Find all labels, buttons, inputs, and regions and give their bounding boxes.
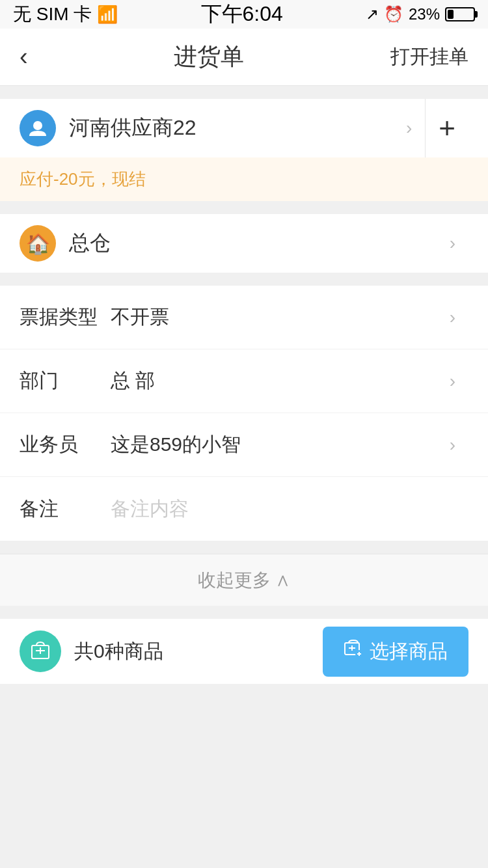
location-icon: ↗ (366, 5, 379, 23)
remark-input[interactable]: 备注内容 (98, 496, 468, 522)
select-product-label: 选择商品 (370, 638, 448, 665)
add-supplier-button[interactable]: + (426, 99, 468, 157)
product-icon (20, 631, 61, 672)
time-label: 下午6:04 (201, 0, 283, 29)
select-product-button[interactable]: 选择商品 (323, 627, 468, 677)
remaining-space (0, 684, 488, 868)
supplier-avatar (20, 110, 56, 146)
department-value: 总 部 (98, 368, 437, 394)
warehouse-chevron-icon: › (450, 233, 455, 254)
salesperson-chevron-icon: › (450, 435, 455, 455)
battery-icon (445, 7, 475, 21)
product-count-label: 共0种商品 (74, 638, 323, 665)
notice-bar: 应付-20元，现结 (0, 157, 488, 201)
invoice-type-row[interactable]: 票据类型 不开票 › (0, 286, 488, 349)
status-bar: 无 SIM 卡 📶 下午6:04 ↗ ⏰ 23% (0, 0, 488, 29)
alarm-icon: ⏰ (384, 5, 403, 23)
status-left: 无 SIM 卡 📶 (13, 2, 118, 27)
supplier-section: 河南供应商22 › + (0, 99, 488, 157)
department-row[interactable]: 部门 总 部 › (0, 349, 488, 413)
battery-percent: 23% (409, 5, 440, 23)
salesperson-label: 业务员 (20, 431, 98, 458)
remark-label: 备注 (20, 496, 98, 522)
form-section: 票据类型 不开票 › 部门 总 部 › 业务员 这是859的小智 › 备注 备注… (0, 286, 488, 541)
top-divider (0, 86, 488, 99)
warehouse-icon: 🏠 (20, 225, 56, 262)
select-product-icon (344, 640, 363, 664)
wifi-icon: 📶 (97, 5, 118, 25)
remark-row[interactable]: 备注 备注内容 (0, 477, 488, 541)
salesperson-value: 这是859的小智 (98, 431, 437, 458)
supplier-chevron-icon: › (406, 118, 412, 139)
page-title: 进货单 (174, 41, 244, 73)
nav-bar: ‹ 进货单 打开挂单 (0, 29, 488, 86)
collapse-label: 收起更多 ∧ (198, 568, 291, 593)
warehouse-name: 总仓 (69, 229, 437, 258)
svg-point-0 (33, 121, 42, 130)
department-label: 部门 (20, 368, 98, 394)
invoice-type-value: 不开票 (98, 304, 437, 331)
supplier-name: 河南供应商22 (69, 114, 393, 142)
department-chevron-icon: › (450, 371, 455, 392)
back-button[interactable]: ‹ (20, 43, 28, 71)
status-right: ↗ ⏰ 23% (366, 5, 475, 23)
invoice-chevron-icon: › (450, 307, 455, 328)
open-pending-button[interactable]: 打开挂单 (390, 44, 468, 70)
supplier-row[interactable]: 河南供应商22 › (20, 99, 426, 157)
carrier-label: 无 SIM 卡 (13, 2, 92, 27)
notice-text: 应付-20元，现结 (20, 169, 146, 189)
warehouse-section[interactable]: 🏠 总仓 › (0, 214, 488, 273)
product-section: 共0种商品 选择商品 (0, 619, 488, 684)
collapse-bar[interactable]: 收起更多 ∧ (0, 554, 488, 606)
invoice-type-label: 票据类型 (20, 304, 98, 331)
salesperson-row[interactable]: 业务员 这是859的小智 › (0, 413, 488, 477)
